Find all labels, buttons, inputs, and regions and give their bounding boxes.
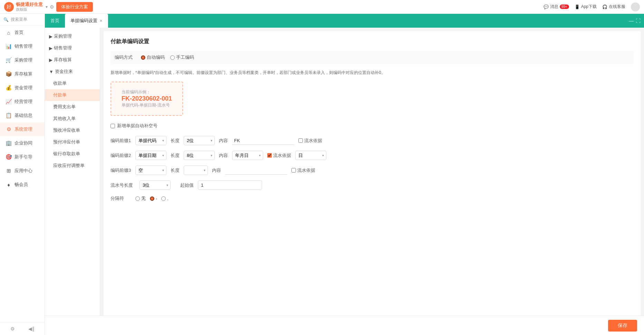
footer-collapse-button[interactable]: ◀‖	[28, 326, 35, 332]
radio-manual-option[interactable]: 手工编码	[170, 54, 194, 61]
prefix3-select[interactable]: 空 单据代码 单据日期	[135, 166, 166, 175]
tab-maximize-icon[interactable]: ⛶	[636, 18, 641, 24]
tab-home[interactable]: 首页	[45, 14, 65, 28]
separator-none-option[interactable]: 无	[135, 195, 146, 202]
sidebar-footer: ⚙ ◀‖	[0, 322, 45, 335]
start-value-input[interactable]	[198, 180, 262, 190]
prefix3-content-input[interactable]	[225, 166, 287, 175]
prefix3-select-wrapper[interactable]: 空 单据代码 单据日期	[135, 166, 166, 175]
prefix2-stream-checkbox-wrapper[interactable]: 流水依据	[267, 152, 291, 159]
sub-menu-group-sales: ▶ 销售管理	[45, 42, 100, 54]
serial-length-select-wrapper[interactable]: 3位 4位 5位	[140, 180, 171, 190]
prefix2-label: 编码前缀2	[110, 152, 131, 159]
sidebar-item-purchase[interactable]: 🛒 采购管理	[0, 53, 45, 67]
prefix3-stream-checkbox[interactable]	[291, 168, 296, 173]
chevron-right-icon: ▶	[49, 46, 52, 51]
prefix2-length-wrapper[interactable]: 8位	[184, 151, 215, 160]
basic-icon: 📋	[6, 112, 12, 119]
tab-minimize-icon[interactable]: —	[629, 18, 634, 24]
radio-manual-label: 手工编码	[176, 54, 194, 61]
sidebar-item-guide[interactable]: 🎯 新手引导	[0, 150, 45, 164]
prefix3-stream-label: 流水依据	[297, 167, 315, 174]
separator-dash-option[interactable]: -	[150, 196, 157, 201]
sub-menu-inventory[interactable]: ▶ 库存核算	[45, 54, 100, 66]
serial-length-select[interactable]: 3位 4位 5位	[140, 180, 171, 190]
sidebar-item-basic[interactable]: 📋 基础信息	[0, 109, 45, 122]
tab-close-icon[interactable]: ✕	[99, 19, 103, 23]
sub-menu-item-other-income[interactable]: 其他收入单	[45, 113, 100, 124]
prefix2-length-select[interactable]: 8位	[184, 151, 215, 160]
tab-code-settings[interactable]: 单据编码设置 ✕	[65, 14, 108, 28]
enterprise-icon: 🏢	[6, 140, 12, 146]
radio-auto-option[interactable]: 自动编码	[141, 54, 165, 61]
sidebar-item-sales[interactable]: 📊 销售管理	[0, 39, 45, 53]
prefix2-stream-select-wrapper[interactable]: 日 月 年	[295, 151, 326, 160]
app-download-button[interactable]: 📱 App下载	[575, 4, 597, 10]
prefix3-stream-checkbox-wrapper[interactable]: 流水依据	[291, 167, 315, 174]
settings-icon[interactable]: ⚙	[50, 4, 54, 10]
prefix1-stream-checkbox[interactable]	[298, 138, 303, 143]
sub-menu-item-advance-receivable[interactable]: 预收冲应收单	[45, 124, 100, 136]
prefix2-select[interactable]: 单据日期 单据代码 空	[135, 151, 166, 160]
sub-menu-purchase[interactable]: ▶ 采购管理	[45, 30, 100, 42]
prefix2-stream-checkbox[interactable]	[267, 153, 272, 158]
auto-fill-checkbox[interactable]	[110, 124, 115, 128]
sub-menu-group-purchase: ▶ 采购管理	[45, 30, 100, 42]
prefix1-select[interactable]: 单据代码 单据日期 空	[135, 136, 166, 145]
sub-menu-item-bank-deposit[interactable]: 银行存取款单	[45, 148, 100, 160]
chevron-right-icon: ▶	[49, 34, 52, 39]
prefix2-stream-label: 流水依据	[273, 152, 291, 159]
save-button[interactable]: 保存	[608, 320, 637, 332]
sidebar-item-finance[interactable]: 💰 资金管理	[0, 81, 45, 95]
prefix1-stream-checkbox-wrapper[interactable]: 流水依据	[298, 138, 322, 144]
search-menu[interactable]: 🔍 搜索菜单	[0, 14, 45, 26]
auto-fill-label[interactable]: 新增单据自动补空号	[117, 123, 157, 129]
prefix3-length-select[interactable]	[184, 166, 208, 175]
sidebar-item-home[interactable]: ⌂ 首页	[0, 26, 45, 39]
sidebar-item-enterprise[interactable]: 🏢 企业协同	[0, 136, 45, 150]
sidebar-item-system[interactable]: ⚙ 系统管理	[0, 122, 45, 136]
sub-menu-capital[interactable]: ▼ 资金往来	[45, 66, 100, 77]
sidebar-item-inventory[interactable]: 📦 库存核算	[0, 67, 45, 81]
brand-name: 畅捷通好生意	[16, 2, 43, 7]
sidebar-item-operations[interactable]: 📈 经营管理	[0, 95, 45, 109]
prefix1-content-input[interactable]	[232, 137, 294, 145]
sub-menu-item-receipt[interactable]: 收款单	[45, 77, 100, 89]
tab-code-settings-label: 单据编码设置	[70, 18, 97, 24]
separator-dot-label: .	[167, 196, 169, 201]
prefix2-content-select-wrapper[interactable]: 年月日 年月 年	[232, 151, 263, 160]
sidebar-item-apps[interactable]: ⊞ 应用中心	[0, 164, 45, 178]
prefix3-label: 编码前缀3	[110, 167, 131, 174]
sub-menu-sales[interactable]: ▶ 销售管理	[45, 42, 100, 54]
prefix1-length-wrapper[interactable]: 2位	[184, 136, 215, 145]
brand-sub: 旗舰版	[16, 7, 43, 12]
prefix2-content-select[interactable]: 年月日 年月 年	[232, 151, 263, 160]
prefix3-length-wrapper[interactable]	[184, 166, 208, 175]
sidebar-item-vip[interactable]: ♦ 畅会员	[0, 178, 45, 192]
avatar[interactable]	[631, 2, 640, 11]
sub-menu-item-advance-payable[interactable]: 预付冲应付单	[45, 136, 100, 148]
prefix1-select-wrapper[interactable]: 单据代码 单据日期 空	[135, 136, 166, 145]
sub-menu-item-expense[interactable]: 费用支出单	[45, 101, 100, 113]
apps-icon: ⊞	[6, 168, 12, 174]
sub-menu-item-ap-adjust[interactable]: 应收应付调整单	[45, 160, 100, 171]
prefix2-stream-select[interactable]: 日 月 年	[295, 151, 326, 160]
separator-dot-radio[interactable]	[161, 196, 166, 201]
prefix2-length-label: 长度	[171, 152, 180, 159]
prefix2-select-wrapper[interactable]: 单据日期 单据代码 空	[135, 151, 166, 160]
online-service-button[interactable]: 🎧 在线客服	[602, 4, 625, 10]
radio-manual-input[interactable]	[170, 55, 175, 60]
radio-auto-input[interactable]	[141, 55, 145, 60]
separator-dot-option[interactable]: .	[161, 196, 169, 201]
sub-menu-group-inventory: ▶ 库存核算	[45, 54, 100, 66]
footer-settings-button[interactable]: ⚙	[10, 326, 15, 332]
message-button[interactable]: 💬 消息 99+	[544, 4, 569, 10]
separator-dash-radio[interactable]	[150, 196, 154, 201]
separator-none-radio[interactable]	[135, 196, 140, 201]
nav-dropdown-arrow[interactable]: ▾	[46, 4, 48, 9]
top-bar: 好 畅捷通好生意 旗舰版 ▾ ⚙ 体验行业方案 💬 消息 99+ 📱 App下载…	[0, 0, 644, 14]
trial-button[interactable]: 体验行业方案	[56, 2, 93, 12]
sub-menu-item-payment[interactable]: 付款单	[45, 89, 100, 101]
prefix1-length-select[interactable]: 2位	[184, 136, 215, 145]
serial-length-label: 流水号长度	[110, 182, 135, 188]
